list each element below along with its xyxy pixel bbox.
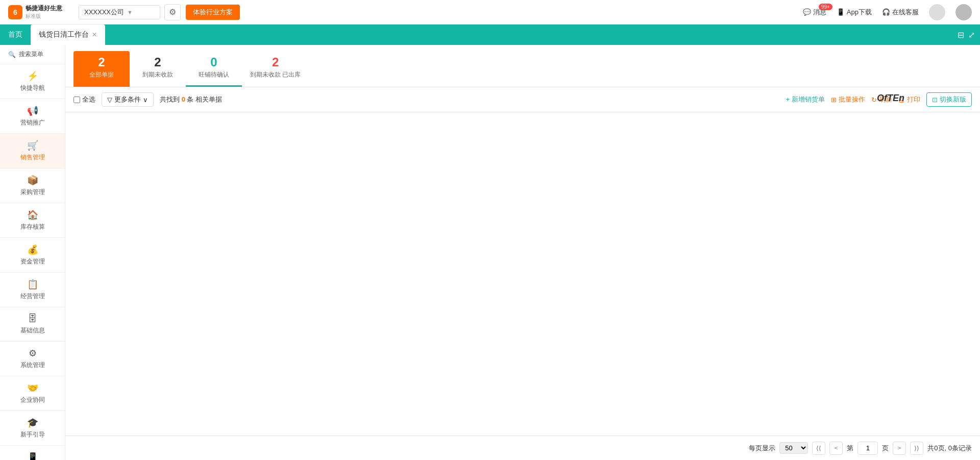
operations-icon: 📋 bbox=[27, 279, 38, 290]
logo-icon: 6 bbox=[8, 5, 22, 19]
sidebar-label-collab: 企业协同 bbox=[20, 396, 45, 404]
next-page-button[interactable]: ＞ bbox=[893, 442, 906, 455]
sidebar-item-quick-nav[interactable]: ⚡ 快捷导航 bbox=[0, 64, 65, 99]
sidebar-item-purchase[interactable]: 📦 采购管理 bbox=[0, 168, 65, 203]
system-icon: ⚙ bbox=[29, 348, 37, 359]
online-service-button[interactable]: 🎧 在线客服 bbox=[882, 8, 919, 17]
per-page-select[interactable]: 50 100 200 bbox=[779, 442, 808, 454]
message-badge: 99+ bbox=[819, 4, 832, 10]
sidebar-label-sales: 销售管理 bbox=[20, 153, 45, 162]
sidebar-label-quick-nav: 快捷导航 bbox=[20, 84, 45, 92]
content-area: 2 全部单据 2 到期未收款 0 旺铺待确认 2 到期未收款 已出库 全选 bbox=[65, 45, 980, 460]
avatar-placeholder[interactable] bbox=[955, 4, 972, 20]
switch-new-version-button[interactable]: ⊡ 切换新版 bbox=[926, 92, 972, 107]
stat-label-overdue-shipped: 到期未收款 已出库 bbox=[250, 70, 301, 79]
stat-tab-wangpu[interactable]: 0 旺铺待确认 bbox=[186, 51, 242, 87]
sidebar-item-collab[interactable]: 🤝 企业协同 bbox=[0, 376, 65, 411]
sales-icon: 🛒 bbox=[27, 140, 38, 151]
search-icon: 🔍 bbox=[8, 51, 16, 58]
stat-num-all: 2 bbox=[82, 55, 121, 69]
sidebar-item-marketing[interactable]: 📢 营销推广 bbox=[0, 99, 65, 134]
prev-page-button[interactable]: ＜ bbox=[829, 442, 843, 455]
stat-tab-overdue[interactable]: 2 到期未收款 bbox=[130, 51, 186, 87]
gear-icon: ⚙ bbox=[169, 7, 176, 17]
finance-icon: 💰 bbox=[27, 244, 38, 255]
header-right: 💬 消息 99+ 📱 App下载 🎧 在线客服 bbox=[803, 4, 972, 20]
stat-label-wangpu: 旺铺待确认 bbox=[194, 70, 234, 79]
chevron-down-icon: ▼ bbox=[127, 9, 133, 15]
sidebar-item-guide[interactable]: 🎓 新手引导 bbox=[0, 411, 65, 446]
sidebar-item-inventory[interactable]: 🏠 库存核算 bbox=[0, 203, 65, 238]
tab-bar-actions: ⊟ ⤢ bbox=[958, 30, 980, 40]
logo-text: 畅捷通好生意 标准版 bbox=[26, 4, 62, 20]
purchase-icon: 📦 bbox=[27, 175, 38, 186]
stat-label-all: 全部单据 bbox=[82, 70, 121, 79]
stat-tab-all[interactable]: 2 全部单据 bbox=[74, 51, 130, 87]
quick-nav-icon: ⚡ bbox=[27, 70, 38, 82]
sidebar: 🔍 搜索菜单 ⚡ 快捷导航 📢 营销推广 🛒 销售管理 📦 采购管理 🏠 库存核… bbox=[0, 45, 65, 460]
sidebar-item-system[interactable]: ⚙ 系统管理 bbox=[0, 342, 65, 376]
pagination: 每页显示 50 100 200 ⟨⟨ ＜ 第 页 ＞ ⟩⟩ 共0页, 0条记录 bbox=[65, 435, 980, 460]
often-text: OfTEn bbox=[877, 93, 904, 104]
experience-button[interactable]: 体验行业方案 bbox=[186, 5, 240, 20]
page-label: 第 bbox=[847, 444, 853, 453]
sidebar-label-inventory: 库存核算 bbox=[20, 223, 45, 231]
sidebar-item-sales[interactable]: 🛒 销售管理 bbox=[0, 134, 65, 168]
page-number-input[interactable] bbox=[857, 442, 878, 455]
message-button[interactable]: 💬 消息 99+ bbox=[803, 8, 826, 17]
sidebar-label-system: 系统管理 bbox=[20, 361, 45, 370]
chevron-down-icon: ∨ bbox=[143, 96, 148, 104]
settings-button[interactable]: ⚙ bbox=[164, 4, 181, 20]
filter-icon: ▽ bbox=[107, 96, 112, 104]
tab-work-bench[interactable]: 钱货日清工作台 ✕ bbox=[31, 25, 105, 45]
batch-icon: ⊞ bbox=[831, 96, 837, 104]
select-all-input[interactable] bbox=[74, 96, 80, 103]
stat-tab-overdue-shipped[interactable]: 2 到期未收款 已出库 bbox=[242, 51, 309, 87]
tab-home[interactable]: 首页 bbox=[0, 25, 31, 45]
avatar[interactable] bbox=[929, 4, 945, 20]
sidebar-label-operations: 经营管理 bbox=[20, 292, 45, 301]
sidebar-label-basic-info: 基础信息 bbox=[20, 326, 45, 335]
basic-info-icon: 🗄 bbox=[28, 313, 37, 324]
stat-num-overdue-shipped: 2 bbox=[250, 55, 301, 69]
expand-icon[interactable]: ⤢ bbox=[968, 30, 975, 40]
per-page-label: 每页显示 bbox=[749, 444, 775, 453]
add-sale-order-button[interactable]: + 新增销货单 bbox=[786, 95, 825, 104]
inventory-icon: 🏠 bbox=[27, 209, 38, 221]
top-header: 6 畅捷通好生意 标准版 XXXXXX公司 ▼ ⚙ 体验行业方案 💬 消息 99… bbox=[0, 0, 980, 25]
message-icon: 💬 bbox=[803, 8, 811, 16]
appstore-icon: 📱 bbox=[27, 452, 38, 460]
minimize-icon[interactable]: ⊟ bbox=[958, 30, 964, 40]
more-filter-button[interactable]: ▽ 更多条件 ∨ bbox=[102, 92, 154, 107]
sidebar-item-finance[interactable]: 💰 资金管理 bbox=[0, 238, 65, 273]
last-page-button[interactable]: ⟩⟩ bbox=[910, 442, 923, 455]
stat-num-overdue: 2 bbox=[138, 55, 178, 69]
switch-icon: ⊡ bbox=[932, 96, 938, 104]
marketing-icon: 📢 bbox=[27, 105, 38, 116]
batch-operation-button[interactable]: ⊞ 批量操作 bbox=[831, 95, 865, 104]
sidebar-item-operations[interactable]: 📋 经营管理 bbox=[0, 273, 65, 307]
sidebar-item-basic-info[interactable]: 🗄 基础信息 bbox=[0, 307, 65, 342]
stat-label-overdue: 到期未收款 bbox=[138, 70, 178, 79]
sidebar-label-guide: 新手引导 bbox=[20, 430, 45, 439]
toolbar: 全选 ▽ 更多条件 ∨ 共找到 0 条 相关单据 + 新增销货单 ⊞ 批量操作 bbox=[65, 87, 980, 112]
first-page-button[interactable]: ⟨⟨ bbox=[812, 442, 825, 455]
headset-icon: 🎧 bbox=[882, 8, 890, 16]
table-area bbox=[65, 112, 980, 435]
sidebar-search[interactable]: 🔍 搜索菜单 bbox=[0, 45, 65, 64]
sidebar-search-label: 搜索菜单 bbox=[19, 50, 43, 59]
refresh-icon: ↻ bbox=[871, 96, 877, 104]
logo-area: 6 畅捷通好生意 标准版 bbox=[8, 4, 74, 20]
sidebar-label-marketing: 营销推广 bbox=[20, 118, 45, 127]
sidebar-item-appstore[interactable]: 📱 应用中心 bbox=[0, 446, 65, 460]
company-name: XXXXXX公司 bbox=[84, 8, 124, 17]
phone-icon: 📱 bbox=[837, 8, 845, 16]
select-all-checkbox[interactable]: 全选 bbox=[74, 95, 95, 104]
page-suffix: 页 bbox=[882, 444, 889, 453]
tab-close-icon[interactable]: ✕ bbox=[92, 31, 97, 38]
sidebar-label-finance: 资金管理 bbox=[20, 257, 45, 266]
app-download-button[interactable]: 📱 App下载 bbox=[837, 8, 872, 17]
company-selector[interactable]: XXXXXX公司 ▼ bbox=[79, 5, 160, 19]
tab-bar: 首页 钱货日清工作台 ✕ ⊟ ⤢ bbox=[0, 25, 980, 45]
collab-icon: 🤝 bbox=[27, 382, 38, 394]
